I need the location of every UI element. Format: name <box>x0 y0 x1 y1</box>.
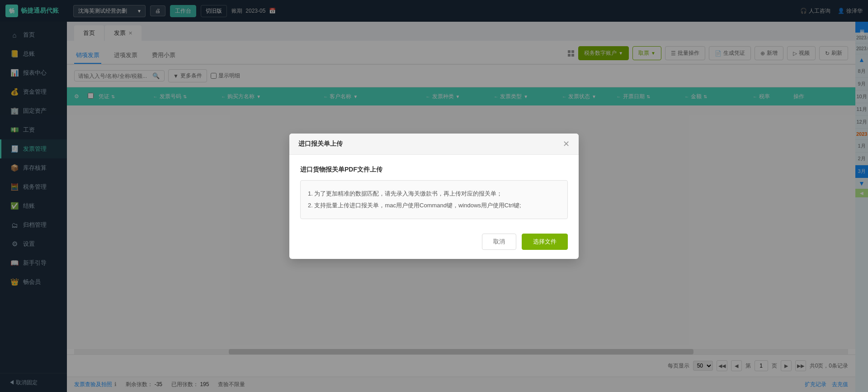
modal-overlay[interactable]: 进口报关单上传 ✕ 进口货物报关单PDF文件上传 1. 为了更加精准的数据匹配，… <box>0 0 868 392</box>
modal-close-btn[interactable]: ✕ <box>563 140 570 148</box>
modal-instruction-1: 1. 为了更加精准的数据匹配，请先录入海关缴款书，再上传对应的报关单； <box>308 188 560 200</box>
modal-dialog: 进口报关单上传 ✕ 进口货物报关单PDF文件上传 1. 为了更加精准的数据匹配，… <box>289 134 579 259</box>
modal-title: 进口报关单上传 <box>298 140 343 148</box>
modal-cancel-btn[interactable]: 取消 <box>482 234 516 250</box>
modal-body: 进口货物报关单PDF文件上传 1. 为了更加精准的数据匹配，请先录入海关缴款书，… <box>289 155 579 226</box>
modal-info-box: 1. 为了更加精准的数据匹配，请先录入海关缴款书，再上传对应的报关单； 2. 支… <box>300 180 568 219</box>
modal-instruction-2: 2. 支持批量上传进口报关单，mac用户使用Command键，windows用户… <box>308 200 560 211</box>
modal-confirm-btn[interactable]: 选择文件 <box>522 234 568 250</box>
modal-section-title: 进口货物报关单PDF文件上传 <box>300 166 568 174</box>
modal-header: 进口报关单上传 ✕ <box>289 134 579 155</box>
modal-footer: 取消 选择文件 <box>289 226 579 259</box>
